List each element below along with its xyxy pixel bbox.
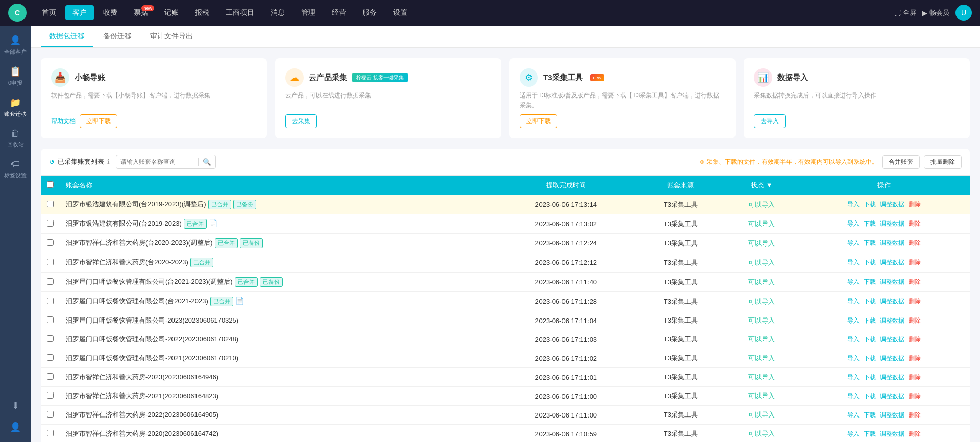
row-checkbox[interactable] [47, 411, 54, 418]
search-button[interactable]: 🔍 [198, 158, 215, 166]
col-status[interactable]: 状态 ▼ [725, 176, 799, 195]
nav-item-首页[interactable]: 首页 [35, 5, 63, 20]
row-checkbox[interactable] [47, 239, 54, 246]
op-btn-删除[interactable]: 删除 [909, 259, 921, 266]
op-btn-删除[interactable]: 删除 [909, 220, 921, 227]
nav-item-记账[interactable]: 记账 [157, 5, 186, 20]
card-btn-cloud[interactable]: 去采集 [285, 114, 317, 128]
op-btn-下载[interactable]: 下载 [864, 259, 876, 266]
nav-item-管理[interactable]: 管理 [294, 5, 323, 20]
sidebar-item-全部客户[interactable]: 👤全部客户 [0, 30, 31, 61]
nav-item-服务[interactable]: 服务 [355, 5, 384, 20]
op-btn-调整数据[interactable]: 调整数据 [880, 411, 904, 419]
op-btn-删除[interactable]: 删除 [909, 298, 921, 305]
op-btn-导入[interactable]: 导入 [847, 201, 860, 208]
row-checkbox[interactable] [47, 335, 54, 342]
op-btn-导入[interactable]: 导入 [847, 392, 860, 400]
tab-备份迁移[interactable]: 备份迁移 [95, 27, 140, 47]
sidebar-item-账套迁移[interactable]: 📁账套迁移 [0, 92, 31, 123]
op-btn-导入[interactable]: 导入 [847, 374, 860, 381]
card-btn-t3[interactable]: 立即下载 [520, 114, 557, 128]
op-btn-下载[interactable]: 下载 [864, 201, 876, 208]
op-btn-导入[interactable]: 导入 [847, 411, 860, 419]
op-btn-导入[interactable]: 导入 [847, 220, 860, 227]
op-btn-调整数据[interactable]: 调整数据 [880, 355, 904, 362]
fullscreen-btn[interactable]: ⛶ 全屏 [894, 8, 916, 17]
op-btn-调整数据[interactable]: 调整数据 [880, 374, 904, 381]
op-btn-导入[interactable]: 导入 [847, 336, 860, 343]
op-btn-删除[interactable]: 删除 [909, 317, 921, 324]
row-checkbox[interactable] [47, 201, 54, 207]
op-btn-调整数据[interactable]: 调整数据 [880, 278, 904, 285]
user-avatar[interactable]: U [955, 5, 972, 21]
card-btn-xiaochang[interactable]: 立即下载 [80, 114, 117, 128]
nav-item-报税[interactable]: 报税 [188, 5, 216, 20]
sidebar-item-回收站[interactable]: 🗑回收站 [0, 123, 31, 154]
op-btn-下载[interactable]: 下载 [864, 411, 876, 419]
sidebar-bottom-item[interactable]: ⬇ [8, 395, 23, 416]
nav-item-票据[interactable]: 票据new [127, 5, 155, 20]
card-link-xiaochang[interactable]: 帮助文档 [51, 117, 76, 126]
op-btn-删除[interactable]: 删除 [909, 430, 921, 437]
op-btn-导入[interactable]: 导入 [847, 317, 860, 324]
tab-数据包迁移[interactable]: 数据包迁移 [41, 27, 93, 47]
merge-accounts-button[interactable]: 合并账套 [882, 155, 920, 169]
row-checkbox[interactable] [47, 298, 54, 304]
batch-delete-button[interactable]: 批量删除 [924, 155, 962, 169]
op-btn-调整数据[interactable]: 调整数据 [880, 239, 904, 247]
op-btn-下载[interactable]: 下载 [864, 278, 876, 285]
op-btn-下载[interactable]: 下载 [864, 355, 876, 362]
sidebar-bottom-item[interactable]: 👤 [8, 416, 23, 438]
op-btn-导入[interactable]: 导入 [847, 430, 860, 437]
row-checkbox[interactable] [47, 392, 54, 399]
op-btn-删除[interactable]: 删除 [909, 392, 921, 400]
op-btn-下载[interactable]: 下载 [864, 374, 876, 381]
refresh-icon[interactable]: ↺ [49, 158, 55, 166]
op-btn-下载[interactable]: 下载 [864, 430, 876, 437]
op-btn-删除[interactable]: 删除 [909, 336, 921, 343]
op-btn-调整数据[interactable]: 调整数据 [880, 201, 904, 208]
row-checkbox[interactable] [47, 354, 54, 361]
row-checkbox[interactable] [47, 259, 54, 265]
op-btn-下载[interactable]: 下载 [864, 336, 876, 343]
nav-item-收费[interactable]: 收费 [96, 5, 125, 20]
op-btn-下载[interactable]: 下载 [864, 392, 876, 400]
nav-item-设置[interactable]: 设置 [386, 5, 414, 20]
op-btn-删除[interactable]: 删除 [909, 355, 921, 362]
op-btn-导入[interactable]: 导入 [847, 298, 860, 305]
row-checkbox[interactable] [47, 430, 54, 436]
op-btn-调整数据[interactable]: 调整数据 [880, 220, 904, 227]
row-checkbox[interactable] [47, 373, 54, 380]
op-btn-导入[interactable]: 导入 [847, 239, 860, 247]
nav-item-经营[interactable]: 经营 [325, 5, 353, 20]
member-btn[interactable]: ▶ 畅会员 [922, 8, 949, 17]
op-btn-导入[interactable]: 导入 [847, 355, 860, 362]
op-btn-调整数据[interactable]: 调整数据 [880, 317, 904, 324]
nav-item-消息[interactable]: 消息 [263, 5, 292, 20]
op-btn-删除[interactable]: 删除 [909, 278, 921, 285]
sidebar-item-标签设置[interactable]: 🏷标签设置 [0, 154, 31, 184]
op-btn-导入[interactable]: 导入 [847, 278, 860, 285]
nav-item-客户[interactable]: 客户 [65, 5, 94, 20]
op-btn-删除[interactable]: 删除 [909, 201, 921, 208]
op-btn-下载[interactable]: 下载 [864, 220, 876, 227]
select-all-checkbox[interactable] [47, 181, 54, 188]
op-btn-调整数据[interactable]: 调整数据 [880, 430, 904, 437]
op-btn-下载[interactable]: 下载 [864, 298, 876, 305]
nav-item-工商项目[interactable]: 工商项目 [218, 5, 261, 20]
op-btn-导入[interactable]: 导入 [847, 259, 860, 266]
card-btn-import[interactable]: 去导入 [754, 114, 786, 128]
op-btn-下载[interactable]: 下载 [864, 239, 876, 247]
row-checkbox[interactable] [47, 220, 54, 227]
tab-审计文件导出[interactable]: 审计文件导出 [142, 27, 201, 47]
op-btn-调整数据[interactable]: 调整数据 [880, 336, 904, 343]
search-input[interactable] [116, 158, 198, 165]
op-btn-调整数据[interactable]: 调整数据 [880, 259, 904, 266]
op-btn-调整数据[interactable]: 调整数据 [880, 392, 904, 400]
op-btn-调整数据[interactable]: 调整数据 [880, 298, 904, 305]
logo-icon[interactable]: C [8, 4, 27, 22]
row-checkbox[interactable] [47, 316, 54, 323]
op-btn-删除[interactable]: 删除 [909, 239, 921, 247]
op-btn-删除[interactable]: 删除 [909, 374, 921, 381]
row-checkbox[interactable] [47, 278, 54, 285]
